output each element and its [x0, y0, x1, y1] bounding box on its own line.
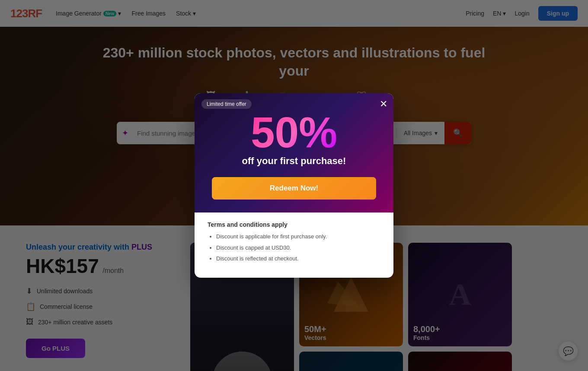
- modal-body: Terms and conditions apply Discount is a…: [195, 212, 393, 278]
- term-item: Discount is capped at USD30.: [216, 244, 380, 252]
- modal-tagline: off your first purchase!: [242, 155, 346, 167]
- modal-close-button[interactable]: ✕: [380, 98, 387, 110]
- term-item: Discount is reflected at checkout.: [216, 254, 380, 263]
- redeem-button[interactable]: Redeem Now!: [212, 177, 376, 200]
- terms-title: Terms and conditions apply: [208, 221, 380, 228]
- modal-overlay[interactable]: Limited time offer ✕ 50% off your first …: [0, 0, 588, 371]
- limited-offer-badge: Limited time offer: [201, 99, 252, 109]
- discount-percent: 50%: [251, 111, 337, 154]
- modal-banner: Limited time offer ✕ 50% off your first …: [195, 93, 393, 212]
- terms-list: Discount is applicable for first purchas…: [208, 232, 380, 263]
- promo-modal: Limited time offer ✕ 50% off your first …: [195, 93, 393, 278]
- term-item: Discount is applicable for first purchas…: [216, 232, 380, 241]
